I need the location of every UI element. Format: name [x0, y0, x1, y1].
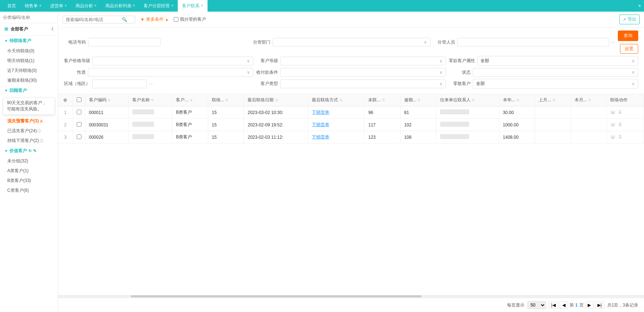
sort-icon-no-contact[interactable]: ⇅ [382, 98, 385, 102]
row2-action-more-icon[interactable]: ⠿ [619, 122, 622, 127]
query-button[interactable]: 查询 [618, 31, 638, 41]
tab-sales[interactable]: 销售单 × [20, 0, 46, 12]
sidebar-item-churned[interactable]: 已流失客户(24) ⓘ [0, 126, 58, 136]
prev-page-btn[interactable]: ◀ [560, 301, 568, 309]
filter-phone-input[interactable] [88, 38, 161, 46]
close-tab-sales[interactable]: × [39, 0, 41, 12]
first-page-btn[interactable]: |◀ [549, 301, 558, 309]
tab-analysis-list[interactable]: 商品分析列表 × [101, 0, 140, 12]
filter-person-more[interactable]: ··· [611, 40, 615, 45]
sort-icon-overdue[interactable]: ⇅ [418, 98, 420, 102]
row1-checkbox[interactable] [73, 106, 85, 119]
sidebar-item-today[interactable]: 今天待联络(0) [0, 46, 58, 56]
chevron-nature-icon: ∨ [247, 70, 250, 75]
sidebar-search-input[interactable] [3, 15, 57, 20]
table-footer: 每页显示 50 100 |◀ ◀ 第 1 页 ▶ ▶| 共1页，3条记录 [58, 298, 644, 312]
sidebar-item-overdue[interactable]: 逾期未联络(30) [0, 76, 58, 85]
sort-icon-code[interactable]: ⇅ [108, 98, 110, 102]
row1-no: 1 [58, 106, 73, 119]
setting-button[interactable]: 设置 [620, 44, 638, 54]
close-tab-customer-contact[interactable]: × [201, 0, 203, 12]
sort-icon-this-year[interactable]: ⇅ [516, 98, 519, 102]
table-settings-header[interactable]: ⚙ [58, 94, 73, 106]
filter-type-select[interactable]: ∨ [280, 80, 446, 88]
row3-checkbox[interactable] [73, 131, 85, 143]
sort-icon-name[interactable]: ⇅ [151, 98, 154, 102]
row1-action-contact-icon[interactable]: ☏ [610, 110, 616, 115]
filter-zero-customer-select[interactable]: 全部 ∨ [473, 79, 638, 89]
table-checkbox-header[interactable] [73, 94, 85, 106]
filter-zero-retail-select[interactable]: 全部 ∨ [477, 56, 638, 66]
tab-analysis[interactable]: 商品分析 × [71, 0, 101, 12]
row2-checkbox[interactable] [73, 119, 85, 131]
row3-action-more-icon[interactable]: ⠿ [619, 135, 622, 140]
row2-type: B类客户 [172, 119, 208, 131]
row2-check[interactable] [77, 122, 81, 127]
last-page-btn[interactable]: ▶| [595, 301, 604, 309]
scrollbar-thumb[interactable] [131, 295, 422, 297]
filter-region-more[interactable]: ··· [149, 81, 153, 86]
sidebar-item-c-class[interactable]: C类客户(6) [0, 186, 58, 195]
more-conditions-btn[interactable]: ▼ 更多条件 ▲ [138, 15, 171, 24]
sort-icon-this-month[interactable]: ⇅ [588, 98, 591, 102]
select-all-checkbox[interactable] [77, 97, 81, 102]
per-page-select[interactable]: 50 100 [527, 301, 546, 309]
my-customers-checkbox[interactable]: 我分管的客户 [174, 16, 206, 23]
sidebar-group-value[interactable]: ▼ 价值客户 ↻ ✎ [0, 146, 58, 156]
close-all-tabs[interactable]: × [638, 3, 641, 9]
toolbar-search-icon[interactable]: 🔍 [122, 17, 127, 22]
sidebar-item-tomorrow[interactable]: 明天待联络(1) [0, 56, 58, 66]
filter-dept-select[interactable]: ∨ [273, 38, 430, 46]
sidebar-all-customers[interactable]: ⊞ 全部客户 《 [0, 23, 58, 36]
sidebar-item-churn-warning[interactable]: 流失预警客户(3) ⚠ [0, 116, 58, 126]
nav-home[interactable]: 首页 [3, 0, 20, 12]
col-header-no-contact: 未联... ⇅ [365, 94, 401, 106]
toolbar-search-input[interactable] [66, 17, 120, 22]
sidebar-item-b-class[interactable]: B类客户(33) [0, 176, 58, 186]
filter-nature-select[interactable]: ∨ [88, 68, 253, 77]
horizontal-scrollbar[interactable] [58, 295, 644, 298]
filter-payment-select[interactable]: ∨ [280, 68, 446, 77]
tab-purchase[interactable]: 进货单 × [46, 0, 71, 12]
sort-icon-type[interactable]: ⇅ [190, 98, 193, 102]
sidebar-group-review[interactable]: ▼ 回顾客户 [0, 85, 58, 96]
close-tab-analysis-list[interactable]: × [133, 0, 135, 12]
sort-icon-last-month[interactable]: ⇅ [552, 98, 555, 102]
row3-action-contact-icon[interactable]: ☏ [610, 135, 616, 140]
tooltip-churn: 90天无交易的客户，可能有流失风险。 [3, 97, 55, 115]
row3-check[interactable] [77, 134, 81, 139]
filter-level-select[interactable]: ∨ [280, 57, 446, 65]
tab-customer-contact[interactable]: 客户联系 × [178, 0, 208, 12]
row1-check[interactable] [77, 110, 81, 114]
close-tab-analysis[interactable]: × [94, 0, 97, 12]
refresh-icon[interactable]: ↻ [28, 149, 32, 153]
sort-icon-last-method[interactable]: ⇅ [339, 98, 342, 102]
next-page-btn[interactable]: ▶ [585, 301, 593, 309]
sidebar-item-declining[interactable]: 持续下滑客户(2) ⓘ [0, 136, 58, 146]
row1-action-more-icon[interactable]: ⠿ [619, 110, 622, 115]
top-nav: 首页 销售单 × 进货单 × 商品分析 × 商品分析列表 × 客户分层经营 × … [0, 0, 644, 12]
close-tab-customer-tier[interactable]: × [171, 0, 173, 12]
row2-no: 2 [58, 119, 73, 131]
collapse-btn[interactable]: 《 [49, 27, 53, 32]
sidebar-group-pending[interactable]: ▼ 待联络客户 [0, 36, 58, 46]
filter-person-input[interactable] [457, 38, 609, 46]
sidebar-item-week[interactable]: 近7天待联络(0) [0, 66, 58, 76]
filter-status-select[interactable]: ∨ [473, 68, 638, 77]
row2-last-date: 2023-02-09 19:52: [244, 119, 308, 131]
sort-icon-last-date[interactable]: ⇅ [275, 98, 278, 102]
edit-icon[interactable]: ✎ [33, 149, 36, 153]
close-tab-purchase[interactable]: × [65, 0, 67, 12]
export-btn[interactable]: ↗ 导出 [619, 15, 640, 24]
filter-region-input[interactable] [92, 80, 147, 88]
row1-last-month [535, 106, 571, 119]
sidebar-item-a-class[interactable]: A类客户(1) [0, 166, 58, 176]
sort-icon-contact[interactable]: ⇅ [225, 98, 228, 102]
filter-row-1: 电话号码 分管部门 ∨ 分管人员 ··· 查询 设置 [64, 31, 638, 54]
filter-price-level-select[interactable]: ∨ [92, 57, 253, 65]
sidebar-item-ungroups[interactable]: 未分组(32) [0, 156, 58, 166]
row2-action-contact-icon[interactable]: ☏ [610, 122, 616, 127]
my-customers-check[interactable] [174, 17, 178, 22]
sort-icon-unit-contact[interactable]: ⇅ [472, 98, 475, 102]
tab-customer-tier[interactable]: 客户分层经营 × [139, 0, 178, 12]
